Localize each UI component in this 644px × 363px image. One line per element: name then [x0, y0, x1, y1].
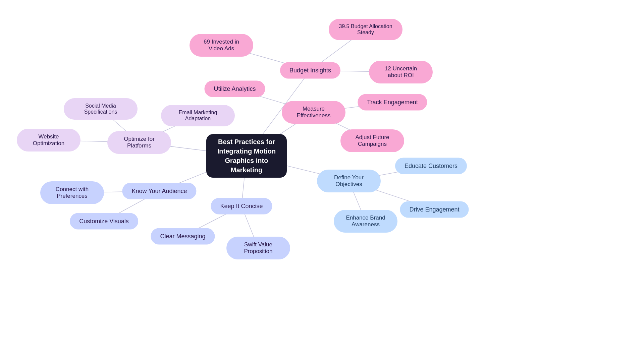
- adjust-campaigns-node[interactable]: Adjust Future Campaigns: [340, 129, 404, 152]
- budget-allocation-node[interactable]: 39.5 Budget Allocation Steady: [329, 19, 402, 40]
- measure-effectiveness-node[interactable]: Measure Effectiveness: [282, 101, 345, 124]
- mindmap-container: Best Practices for Integrating Motion Gr…: [0, 0, 644, 363]
- customize-visuals-node[interactable]: Customize Visuals: [70, 213, 138, 230]
- social-media-node[interactable]: Social Media Specifications: [64, 98, 138, 120]
- website-opt-node[interactable]: Website Optimization: [17, 129, 80, 152]
- clear-messaging-node[interactable]: Clear Messaging: [151, 228, 215, 245]
- utilize-analytics-node[interactable]: Utilize Analytics: [204, 81, 265, 97]
- define-objectives-node[interactable]: Define Your Objectives: [317, 170, 381, 192]
- center-node[interactable]: Best Practices for Integrating Motion Gr…: [206, 134, 287, 178]
- keep-concise-node[interactable]: Keep It Concise: [211, 198, 272, 215]
- track-engagement-node[interactable]: Track Engagement: [358, 94, 427, 111]
- know-audience-node[interactable]: Know Your Audience: [122, 183, 196, 199]
- swift-value-node[interactable]: Swift Value Proposition: [226, 237, 290, 259]
- connect-pref-node[interactable]: Connect with Preferences: [40, 181, 104, 204]
- optimize-platforms-node[interactable]: Optimize for Platforms: [107, 131, 171, 154]
- educate-customers-node[interactable]: Educate Customers: [395, 158, 467, 174]
- enhance-brand-node[interactable]: Enhance Brand Awareness: [334, 210, 397, 233]
- drive-engagement-node[interactable]: Drive Engagement: [400, 201, 469, 218]
- invested-video-node[interactable]: 69 Invested in Video Ads: [190, 34, 253, 57]
- email-marketing-node[interactable]: Email Marketing Adaptation: [161, 105, 235, 126]
- uncertain-roi-node[interactable]: 12 Uncertain about ROI: [369, 61, 433, 83]
- budget-insights-node[interactable]: Budget Insights: [280, 62, 340, 79]
